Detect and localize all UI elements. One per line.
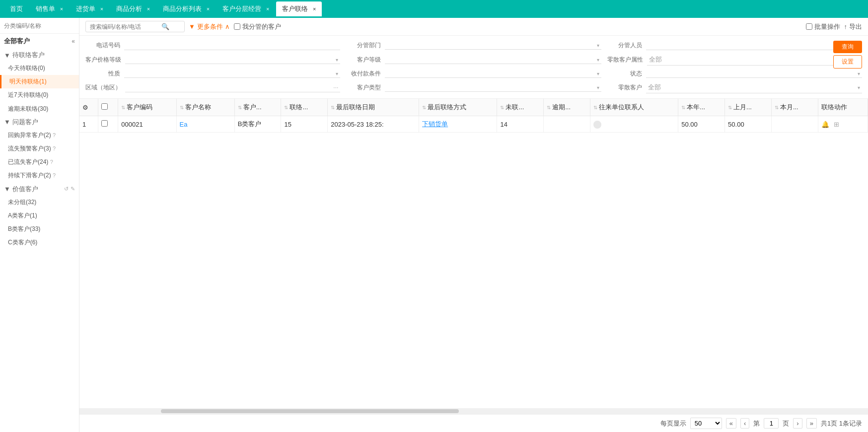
col-last-contact-method: ⇅最后联络方式 [419, 99, 497, 116]
sidebar-item-tomorrow-contact[interactable]: 明天待联络(1) [0, 75, 79, 88]
sidebar-item-declining[interactable]: 持续下滑客户(2) ? [0, 169, 79, 182]
more-conditions-btn[interactable]: ▼ 更多条件 ∧ [189, 22, 230, 31]
sort-icon-lcm[interactable]: ⇅ [422, 105, 426, 110]
close-purchase-icon[interactable]: × [100, 6, 103, 12]
sidebar-item-churned[interactable]: 已流失客户(24) ? [0, 155, 79, 169]
nav-home[interactable]: 首页 [4, 1, 29, 16]
prev-page-btn[interactable]: ‹ [740, 418, 749, 429]
select-all-checkbox[interactable] [101, 103, 108, 110]
filter-row-dept: 分管部门 ▾ [346, 41, 601, 50]
retail-attr-select[interactable]: 全部 ▾ [647, 54, 862, 66]
sidebar-item-overdue-contact[interactable]: 逾期未联络(30) [0, 102, 79, 116]
row-contact: 15 [281, 116, 328, 133]
col-settings[interactable]: ⚙ [79, 99, 98, 116]
nav-product-analysis-list[interactable]: 商品分析列表 × [157, 1, 216, 16]
phone-input[interactable] [124, 41, 340, 50]
last-page-btn[interactable]: » [806, 418, 817, 429]
advanced-filter: 电话号码 分管部门 ▾ 分管人员 ··· 客户价格等级 [79, 36, 868, 99]
group-value-label: 价值客户 [12, 185, 38, 194]
sidebar-collapse-icon[interactable]: « [72, 38, 75, 45]
col-lm-label: 上月... [733, 103, 752, 112]
row-name[interactable]: Ea [176, 116, 234, 133]
row-last-contact-date: 2023-05-23 18:25: [328, 116, 419, 133]
sort-icon-uc[interactable]: ⇅ [593, 105, 597, 110]
customer-type-arrow-icon: ▾ [597, 85, 599, 90]
per-page-select[interactable]: 50 100 200 [690, 418, 722, 429]
action-bell-icon[interactable]: 🔔 [821, 121, 829, 128]
col-uncontacted: ⇅未联... [497, 99, 544, 116]
search-input[interactable] [90, 23, 159, 30]
sidebar-item-unclassified[interactable]: 未分组(32) [0, 196, 79, 209]
col-code-label: 客户编码 [127, 103, 152, 112]
content-area: 🔍 ▼ 更多条件 ∧ 我分管的客户 批量操作 ↑ 导出 [79, 18, 868, 432]
all-customers-title[interactable]: 全部客户 « [0, 34, 79, 49]
search-icon[interactable]: 🔍 [161, 23, 169, 30]
close-product-analysis-icon[interactable]: × [147, 6, 150, 12]
my-customers-filter[interactable]: 我分管的客户 [234, 22, 281, 31]
sidebar: 🔍 全部客户 « ▼ 待联络客户 今天待联络(0) 明天待联络(1) 近7天待联… [0, 18, 79, 432]
dept-select[interactable]: ▾ [385, 42, 601, 50]
export-btn[interactable]: ↑ 导出 [844, 22, 863, 31]
region-select[interactable]: ··· [125, 83, 340, 92]
sidebar-item-class-b[interactable]: B类客户(33) [0, 222, 79, 236]
customer-type-select[interactable]: ▾ [385, 84, 601, 92]
data-table-wrapper: ⚙ ⇅客户编码 ⇅客户名称 ⇅客户... ⇅联络... ⇅最后联络日期 ⇅最后联… [79, 99, 868, 408]
scrollbar-thumb[interactable] [161, 409, 459, 413]
sidebar-item-7days-contact[interactable]: 近7天待联络(0) [0, 88, 79, 102]
status-select[interactable]: ▾ [646, 70, 862, 78]
sort-icon-tm[interactable]: ⇅ [775, 105, 779, 110]
my-customers-checkbox[interactable] [234, 23, 240, 30]
nav-product-analysis[interactable]: 商品分析 × [110, 1, 156, 16]
group-value-arrow: ▼ [4, 185, 10, 193]
sort-icon-lm[interactable]: ⇅ [728, 105, 732, 110]
sidebar-item-today-contact[interactable]: 今天待联络(0) [0, 62, 79, 75]
sort-icon-unc[interactable]: ⇅ [500, 105, 504, 110]
nav-purchase[interactable]: 进货单 × [70, 1, 109, 16]
next-page-btn[interactable]: › [793, 418, 802, 429]
horizontal-scrollbar[interactable] [79, 408, 868, 414]
group-problem-customers[interactable]: ▼ 问题客户 [0, 116, 79, 129]
sort-icon-contact[interactable]: ⇅ [284, 105, 288, 110]
action-grid-icon[interactable]: ⊞ [834, 121, 839, 128]
row-checkbox[interactable] [101, 120, 108, 127]
batch-ops-btn[interactable]: 批量操作 [806, 22, 840, 31]
manager-select[interactable]: ··· [646, 41, 862, 50]
page-number-input[interactable] [764, 418, 779, 429]
nav-customer-contact[interactable]: 客户联络 × [276, 1, 322, 16]
sort-icon-code[interactable]: ⇅ [121, 105, 125, 110]
nature-select[interactable]: ▾ [124, 70, 340, 78]
col-checkbox[interactable] [98, 99, 118, 116]
query-button[interactable]: 查询 [833, 41, 862, 53]
nav-customer-tier[interactable]: 客户分层经营 × [217, 1, 275, 16]
group-pending-contact[interactable]: ▼ 待联络客户 [0, 49, 79, 62]
payment-select[interactable]: ▾ [385, 70, 601, 78]
close-product-analysis-list-icon[interactable]: × [207, 6, 210, 12]
sort-icon-lcd[interactable]: ⇅ [331, 105, 335, 110]
group-value-customers[interactable]: ▼ 价值客户 ↺ ✎ [0, 183, 79, 196]
row-code: 000021 [118, 116, 176, 133]
sort-icon-type[interactable]: ⇅ [238, 105, 242, 110]
row-last-contact-method[interactable]: 下销货单 [419, 116, 497, 133]
sort-icon-ovd[interactable]: ⇅ [547, 105, 551, 110]
row-checkbox-cell[interactable] [98, 116, 118, 133]
sidebar-item-repurchase-abnormal[interactable]: 回购异常客户(2) ? [0, 129, 79, 142]
close-customer-tier-icon[interactable]: × [266, 6, 269, 12]
batch-ops-checkbox[interactable] [806, 23, 812, 30]
sidebar-search-input[interactable] [4, 22, 78, 29]
sort-icon-ty[interactable]: ⇅ [681, 105, 685, 110]
close-sales-icon[interactable]: × [60, 6, 63, 12]
price-level-select[interactable]: ▾ [125, 56, 340, 64]
nav-sales[interactable]: 销售单 × [30, 1, 69, 16]
close-customer-contact-icon[interactable]: × [313, 6, 316, 12]
sidebar-item-churn-warning[interactable]: 流失预警客户(3) ? [0, 142, 79, 155]
retail-customer-arrow-icon: ▾ [858, 85, 860, 90]
contact-method-link[interactable]: 下销货单 [422, 120, 448, 128]
retail-customer-select[interactable]: 全部 ▾ [646, 82, 862, 93]
settings-button[interactable]: 设置 [833, 55, 862, 69]
sort-icon-name[interactable]: ⇅ [180, 105, 184, 110]
first-page-btn[interactable]: « [726, 418, 736, 429]
customer-level-select[interactable]: ▾ [385, 56, 601, 64]
sidebar-item-class-a[interactable]: A类客户(1) [0, 209, 79, 222]
sidebar-item-class-c[interactable]: C类客户(6) [0, 236, 79, 249]
customer-level-label: 客户等级 [346, 56, 381, 64]
